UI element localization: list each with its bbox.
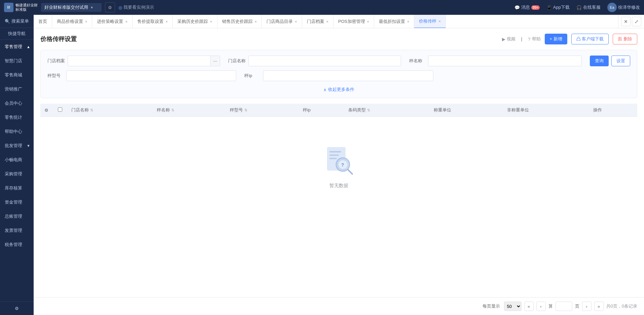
tab-min-discount[interactable]: 最低折扣设置 ×	[374, 15, 414, 28]
sidebar-item-tax[interactable]: 税务管理	[0, 238, 34, 252]
th-scale-name[interactable]: 秤名称 ⇅	[153, 104, 226, 117]
tab-store-profile[interactable]: 门店档案 ×	[302, 15, 333, 28]
close-tab-button[interactable]: ✕	[621, 17, 631, 26]
page-number-input[interactable]: 1	[556, 302, 572, 311]
close-icon[interactable]: ×	[326, 20, 328, 24]
page-header: 价格传秤设置 ▶ 视频 ｜ ? 帮助 + 新增 凸 客户端下载	[40, 34, 637, 44]
sidebar-settings-button[interactable]: ⚙	[0, 302, 34, 315]
scale-name-input[interactable]	[428, 56, 582, 66]
message-button[interactable]: 💬 消息 99+	[514, 4, 540, 10]
tab-price-scale[interactable]: 价格传秤 ×	[414, 15, 445, 28]
tab-store-catalog[interactable]: 门店商品目录 ×	[262, 15, 302, 28]
sidebar-item-help-center[interactable]: 帮助中心	[0, 125, 34, 139]
sidebar-item-purchase[interactable]: 采购管理	[0, 167, 34, 181]
delete-button[interactable]: 面 删除	[613, 34, 637, 44]
tab-bar: 首页 商品价格设置 × 进价策略设置 × 售价提取设置 × 采购历史价跟踪 × …	[34, 15, 644, 28]
logo-icon: 财	[4, 3, 13, 12]
store-file-input-group: ···	[68, 56, 220, 66]
close-icon[interactable]: ×	[295, 20, 297, 24]
close-icon[interactable]: ×	[367, 20, 369, 24]
tab-home[interactable]: 首页	[34, 15, 52, 28]
scale-model-input[interactable]	[66, 70, 236, 81]
svg-rect-2	[329, 154, 339, 156]
form-row-2: 秤型号 秤ip	[47, 70, 630, 81]
scale-ip-input[interactable]	[263, 70, 433, 81]
prev-page-button[interactable]: ‹	[536, 302, 546, 311]
select-all-checkbox[interactable]	[58, 107, 62, 112]
main-layout: 🔍 搜索菜单 快捷导航 零售管理 ▲ 智慧门店 零售商城 营销推广 会员中心 零…	[0, 15, 644, 315]
expand-tab-button[interactable]: ⤢	[632, 17, 641, 26]
app-download-button[interactable]: 📱 App下载	[546, 4, 570, 10]
th-barcode-type[interactable]: 条码类型 ⇅	[344, 104, 430, 117]
sidebar-item-general-ledger[interactable]: 总账管理	[0, 209, 34, 223]
close-icon[interactable]: ×	[210, 20, 212, 24]
tab-purchase-strategy[interactable]: 进价策略设置 ×	[92, 15, 132, 28]
store-file-input[interactable]	[68, 56, 211, 66]
version-selector[interactable]: 好业财标准版交付试用 ▼	[41, 3, 102, 12]
help-link[interactable]: ? 帮助	[528, 36, 540, 42]
th-settings[interactable]: ⚙	[40, 104, 54, 117]
user-menu[interactable]: Ea 徐泽华修改	[607, 3, 640, 12]
form-item-scale-ip: 秤ip	[244, 70, 433, 81]
close-icon[interactable]: ×	[125, 20, 127, 24]
tab-pos-encryption[interactable]: POS加密管理 ×	[333, 15, 374, 28]
page-size-select[interactable]: 10 20 50 100	[504, 302, 522, 311]
download-button[interactable]: 凸 客户端下载	[571, 34, 609, 44]
sidebar-item-member-center[interactable]: 会员中心	[0, 96, 34, 110]
table-body: ? 暂无数据	[40, 117, 637, 216]
chevron-down-icon: ▼	[90, 6, 94, 9]
sidebar-item-ecommerce[interactable]: 小畅电商	[0, 153, 34, 167]
demo-button[interactable]: ◎ 我要看实例演示	[118, 4, 154, 10]
th-checkbox	[54, 104, 67, 117]
form-item-scale-name: 秤名称	[409, 56, 582, 66]
tab-sale-extract[interactable]: 售价提取设置 ×	[133, 15, 173, 28]
page-size-label: 每页显示	[482, 303, 500, 309]
th-scale-model[interactable]: 秤型号 ⇅	[226, 104, 299, 117]
first-page-button[interactable]: «	[524, 302, 534, 311]
next-page-button[interactable]: ›	[582, 302, 592, 311]
page-actions: ▶ 视频 ｜ ? 帮助 + 新增 凸 客户端下载 面 删除	[502, 34, 637, 44]
store-name-input[interactable]	[248, 56, 401, 66]
sidebar-item-invoice[interactable]: 发票管理	[0, 223, 34, 238]
video-link[interactable]: ▶ 视频	[502, 36, 515, 42]
sidebar-item-retail-stats[interactable]: 零售统计	[0, 110, 34, 125]
settings-button[interactable]: ⚙	[105, 2, 115, 12]
tab-purchase-history[interactable]: 采购历史价跟踪 ×	[173, 15, 217, 28]
query-button[interactable]: 查询	[590, 56, 609, 66]
sidebar-search[interactable]: 🔍 搜索菜单	[0, 15, 34, 28]
store-file-label: 门店档案	[47, 58, 65, 64]
tab-price-settings[interactable]: 商品价格设置 ×	[52, 15, 92, 28]
sidebar-item-smart-store[interactable]: 智慧门店	[0, 54, 34, 68]
scale-name-label: 秤名称	[409, 58, 425, 64]
set-button[interactable]: 设置	[611, 56, 630, 66]
close-icon[interactable]: ×	[255, 20, 257, 24]
table-header-row: ⚙ 门店名称 ⇅ 秤名称 ⇅ 秤型号	[40, 104, 637, 117]
close-icon[interactable]: ×	[407, 20, 409, 24]
close-icon[interactable]: ×	[438, 19, 440, 23]
sort-icon: ⇅	[171, 108, 174, 112]
online-service-button[interactable]: 🎧 在线客服	[576, 4, 601, 10]
expand-icon-2: ▼	[27, 144, 30, 148]
chevron-up-icon: ∧	[323, 87, 327, 92]
content-area: 首页 商品价格设置 × 进价策略设置 × 售价提取设置 × 采购历史价跟踪 × …	[34, 15, 644, 315]
sidebar-item-wholesale[interactable]: 批发管理 ▼	[0, 139, 34, 153]
th-store-name[interactable]: 门店名称 ⇅	[67, 104, 153, 117]
sidebar-item-marketing[interactable]: 营销推广	[0, 82, 34, 96]
sidebar-item-retail-management[interactable]: 零售管理 ▲	[0, 40, 34, 54]
close-icon[interactable]: ×	[85, 20, 87, 24]
top-bar-right: 💬 消息 99+ 📱 App下载 🎧 在线客服 Ea 徐泽华修改	[514, 3, 640, 12]
store-file-browse-button[interactable]: ···	[211, 56, 220, 66]
collapse-button[interactable]: ∧ 收起更多条件	[323, 86, 354, 93]
add-button[interactable]: + 新增	[545, 34, 567, 44]
last-page-button[interactable]: »	[594, 302, 604, 311]
sidebar-nav[interactable]: 快捷导航	[0, 28, 34, 40]
tab-sale-history[interactable]: 销售历史价跟踪 ×	[217, 15, 262, 28]
top-bar: 财 畅捷通好业财 标准版 好业财标准版交付试用 ▼ ⚙ ◎ 我要看实例演示 💬 …	[0, 0, 644, 15]
sidebar-item-finance[interactable]: 资金管理	[0, 195, 34, 209]
close-icon[interactable]: ×	[166, 20, 168, 24]
scale-ip-label: 秤ip	[244, 73, 260, 79]
sidebar-item-inventory[interactable]: 库存核算	[0, 181, 34, 195]
avatar: Ea	[607, 3, 617, 12]
svg-rect-1	[329, 151, 341, 152]
sidebar-item-retail-mall[interactable]: 零售商城	[0, 68, 34, 82]
